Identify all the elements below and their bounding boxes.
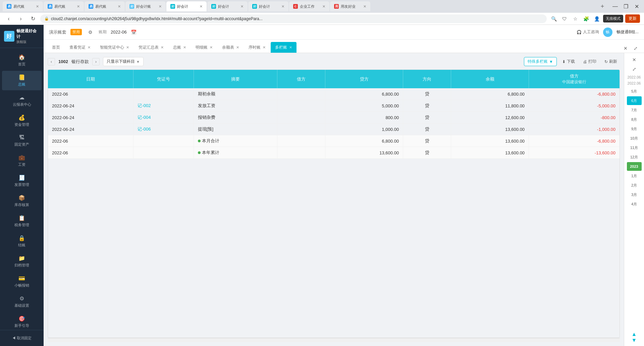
sidebar-item-expense[interactable]: 💳小畅报销 xyxy=(2,272,42,291)
profile-icon[interactable]: 👤 xyxy=(592,14,601,23)
next-account-button[interactable]: › xyxy=(92,58,100,65)
sidebar-item-fund[interactable]: 💰资金管理 xyxy=(2,111,42,131)
sidebar-item-settings[interactable]: ⚙基础设置 xyxy=(2,292,42,311)
scroll-up-button[interactable]: ▲ xyxy=(632,331,637,337)
sidebar-item-cloud-report[interactable]: ☁云报表中心 xyxy=(2,91,42,110)
page-tab-close-icon[interactable]: ✕ xyxy=(263,45,266,50)
browser-tab-t1[interactable]: 易易代账✕ xyxy=(3,1,43,11)
tab-close-icon[interactable]: ✕ xyxy=(240,4,244,9)
tab-close-icon[interactable]: ✕ xyxy=(281,4,284,9)
tab-close-icon[interactable]: ✕ xyxy=(322,4,325,9)
page-tab-4[interactable]: 总账✕ xyxy=(169,42,191,53)
minimize-button[interactable]: — xyxy=(610,2,620,11)
browser-tab-t8[interactable]: C企业工作✕ xyxy=(289,1,329,11)
month-item[interactable]: 11月 xyxy=(627,143,642,152)
month-item[interactable]: 10月 xyxy=(627,134,642,143)
sidebar-item-close[interactable]: 🔒结账 xyxy=(2,232,42,251)
page-tab-close-icon[interactable]: ✕ xyxy=(289,45,292,50)
month-item[interactable]: 5月 xyxy=(627,87,642,96)
page-tab-close-icon[interactable]: ✕ xyxy=(161,45,164,50)
prev-account-button[interactable]: ‹ xyxy=(48,58,55,65)
month-item[interactable]: 12月 xyxy=(627,153,642,161)
forward-button[interactable]: › xyxy=(16,14,25,23)
page-tab-3[interactable]: 凭证汇总表✕ xyxy=(134,42,168,53)
sidebar-item-salary[interactable]: 💼工资 xyxy=(2,151,42,170)
month-item[interactable]: 3月 xyxy=(627,190,642,199)
back-button[interactable]: ‹ xyxy=(4,14,13,23)
close-window-button[interactable]: ✕ xyxy=(632,2,641,11)
page-tab-close-icon[interactable]: ✕ xyxy=(210,45,213,50)
maximize-button[interactable]: ❐ xyxy=(621,2,631,11)
page-tab-close-icon[interactable]: ✕ xyxy=(126,45,129,50)
url-bar[interactable]: 🔒 cloud2.chanjet.com/accounting/uh26t264… xyxy=(40,14,547,23)
reload-button[interactable]: ↻ xyxy=(28,14,38,23)
page-tab-5[interactable]: 明细账✕ xyxy=(191,42,217,53)
sidebar-item-invoice[interactable]: 🧾发票管理 xyxy=(2,171,42,191)
tab-close-icon[interactable]: ✕ xyxy=(77,4,80,9)
month-item[interactable]: 7月 xyxy=(627,106,642,114)
tab-close-icon[interactable]: ✕ xyxy=(118,4,121,9)
voucher-link[interactable]: 记-002 xyxy=(138,103,151,108)
tab-close-icon[interactable]: ✕ xyxy=(36,4,39,9)
new-tab-button[interactable]: + xyxy=(598,2,607,11)
browser-tab-t6[interactable]: 好好会计✕ xyxy=(207,1,248,11)
sidebar-item-inventory[interactable]: 📦库存核算 xyxy=(2,191,42,211)
print-button[interactable]: 🖨 打印 xyxy=(580,57,599,66)
table-cell-2-1[interactable]: 记-004 xyxy=(133,112,194,123)
collapse-tabs-button[interactable]: ✕ xyxy=(621,44,630,53)
consult-button[interactable]: 🎧 人工咨询 xyxy=(577,29,599,35)
table-cell-3-1[interactable]: 记-006 xyxy=(133,123,194,135)
update-button[interactable]: 更新 xyxy=(625,14,640,23)
page-tab-2[interactable]: 智能凭证中心✕ xyxy=(96,42,133,53)
panel-close-button[interactable]: ✕ xyxy=(630,56,638,64)
settings-icon[interactable]: ⚙ xyxy=(86,28,95,37)
extensions-icon[interactable]: 🧩 xyxy=(582,14,590,23)
month-item[interactable]: 9月 xyxy=(627,125,642,133)
browser-tab-t2[interactable]: 易易代账✕ xyxy=(44,1,84,11)
browser-tab-t4[interactable]: 好好会计账✕ xyxy=(125,1,166,11)
tab-close-icon[interactable]: ✕ xyxy=(363,4,366,9)
browser-tab-t3[interactable]: 易易代账✕ xyxy=(85,1,125,11)
special-multicolumn-button[interactable]: 特殊多栏账 ▼ xyxy=(524,57,557,66)
voucher-link[interactable]: 记-004 xyxy=(138,115,151,120)
sidebar-pin-button[interactable]: ◀ 取消固定 xyxy=(2,334,42,343)
sidebar-item-fixed-asset[interactable]: 🏗固定资产 xyxy=(2,131,42,150)
browser-tab-t9[interactable]: 用用友好业✕ xyxy=(330,1,370,11)
expand-tabs-button[interactable]: ⤢ xyxy=(631,44,640,53)
refresh-button[interactable]: ↻ 刷新 xyxy=(602,57,620,66)
table-cell-1-1[interactable]: 记-002 xyxy=(133,100,194,112)
calendar-icon[interactable]: 📅 xyxy=(131,30,137,35)
panel-expand-button[interactable]: ⤢ xyxy=(630,65,638,73)
shield-icon[interactable]: 🛡 xyxy=(560,14,569,23)
horizontal-scrollbar[interactable] xyxy=(48,338,620,342)
sidebar-item-ledger[interactable]: 📒总账 xyxy=(2,71,42,90)
browser-tab-t5[interactable]: 好好会计✕ xyxy=(166,1,207,11)
sidebar-item-tax[interactable]: 📋税务管理 xyxy=(2,211,42,231)
search-icon[interactable]: 🔍 xyxy=(549,14,558,23)
sidebar-item-archive[interactable]: 📁归档管理 xyxy=(2,252,42,271)
tab-close-icon[interactable]: ✕ xyxy=(159,4,162,9)
month-item[interactable]: 2月 xyxy=(627,181,642,190)
month-item[interactable]: 8月 xyxy=(627,115,642,124)
month-item[interactable]: 4月 xyxy=(627,200,642,208)
page-tab-close-icon[interactable]: ✕ xyxy=(236,45,239,50)
page-tab-7[interactable]: 序时账✕ xyxy=(244,42,270,53)
scroll-down-button[interactable]: ▼ xyxy=(632,337,637,343)
page-tab-1[interactable]: 查看凭证✕ xyxy=(65,42,95,53)
download-button[interactable]: ⬇ 下载 xyxy=(559,57,578,66)
sidebar-item-guide[interactable]: 🎯新手引导 xyxy=(2,312,42,330)
star-icon[interactable]: ☆ xyxy=(571,14,580,23)
filter-button[interactable]: 只显示下级科目 ▼ xyxy=(103,57,144,66)
voucher-link[interactable]: 记-006 xyxy=(138,127,151,132)
page-tab-0[interactable]: 首页 xyxy=(48,42,64,53)
browser-tab-t7[interactable]: 好好会计✕ xyxy=(248,1,288,11)
page-tab-6[interactable]: 余额表✕ xyxy=(218,42,244,53)
month-item[interactable]: 1月 xyxy=(627,171,642,180)
sidebar-item-home[interactable]: 🏠首页 xyxy=(2,51,42,70)
page-tab-close-icon[interactable]: ✕ xyxy=(183,45,186,50)
month-item-active[interactable]: 6月 xyxy=(627,96,642,105)
page-tab-8[interactable]: 多栏账✕ xyxy=(271,42,297,53)
wuhen-button[interactable]: 无痕模式 xyxy=(603,15,623,22)
page-tab-close-icon[interactable]: ✕ xyxy=(88,45,91,50)
tab-close-icon[interactable]: ✕ xyxy=(200,4,203,9)
